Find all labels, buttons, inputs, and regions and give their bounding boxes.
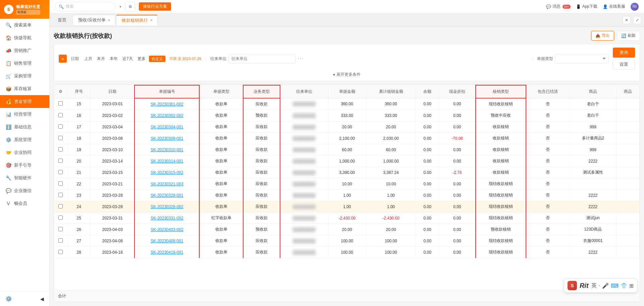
bill-no-link[interactable]: SK-20230331-002 bbox=[151, 216, 183, 221]
cell-checkbox[interactable] bbox=[54, 247, 67, 258]
user-menu[interactable]: Rit bbox=[631, 3, 639, 11]
cell-checkbox[interactable] bbox=[54, 235, 67, 247]
ime-key-icon[interactable]: 英 bbox=[591, 282, 597, 289]
row-checkbox[interactable] bbox=[58, 147, 63, 151]
sidebar-item-enterprise[interactable]: 🤝企业协同 bbox=[0, 146, 49, 159]
bill-no-link[interactable]: SK-20230315-002 bbox=[151, 170, 183, 175]
row-checkbox[interactable] bbox=[58, 193, 63, 197]
tab-fullscreen-icon[interactable]: ⤢ bbox=[633, 16, 641, 24]
ime-keyboard-icon[interactable]: ⌨ bbox=[611, 283, 619, 289]
row-checkbox[interactable] bbox=[58, 216, 63, 220]
row-checkbox[interactable] bbox=[58, 181, 63, 186]
customer-more-icon[interactable]: ··· bbox=[298, 56, 304, 62]
row-checkbox[interactable] bbox=[58, 159, 63, 163]
sidebar-item-system[interactable]: ⚙️系统管理 bbox=[0, 133, 49, 146]
ime-mic-icon[interactable]: 🎤 bbox=[602, 283, 609, 289]
cell-checkbox[interactable] bbox=[54, 224, 67, 235]
sidebar-item-operations[interactable]: 📊经营管理 bbox=[0, 108, 49, 121]
ime-dot-icon[interactable]: · bbox=[599, 283, 600, 289]
date-last-7days[interactable]: 近7天 bbox=[121, 55, 134, 62]
sidebar-item-hardware[interactable]: 🔧智能硬件 bbox=[0, 172, 49, 184]
sidebar-settings-icon[interactable]: ⚙️ bbox=[5, 296, 12, 302]
bill-no-link[interactable]: SK-20230328-001 bbox=[151, 193, 183, 198]
sidebar-item-member[interactable]: V畅会员 bbox=[0, 197, 49, 210]
refresh-button[interactable]: 🔄 刷新 bbox=[617, 31, 640, 41]
tab-close-all-icon[interactable]: ✕ bbox=[623, 16, 631, 24]
date-this-month[interactable]: 本月 bbox=[96, 55, 106, 62]
filter-toggle-button[interactable]: » bbox=[59, 55, 67, 63]
dropdown-chevron-icon[interactable]: ▾ bbox=[119, 4, 121, 9]
bill-type-select[interactable] bbox=[555, 54, 609, 63]
cell-checkbox[interactable] bbox=[54, 212, 67, 224]
ime-grid-icon[interactable]: ⊞ bbox=[629, 283, 634, 289]
sidebar-collapse-icon[interactable]: ◀ bbox=[40, 296, 44, 302]
solution-button[interactable]: 体验行业方案 bbox=[139, 2, 171, 11]
bill-no-link[interactable]: SK-20230328-002 bbox=[151, 204, 183, 209]
sidebar-item-search[interactable]: 🔍搜索菜单 bbox=[0, 19, 49, 32]
cell-checkbox[interactable] bbox=[54, 201, 67, 212]
tab-payment-exec-close-icon[interactable]: ✕ bbox=[150, 18, 153, 22]
date-this-year[interactable]: 本年 bbox=[108, 55, 119, 62]
export-button[interactable]: 📤 导出 bbox=[591, 31, 614, 41]
cell-include-settled: 否 bbox=[526, 235, 570, 247]
bill-no-link[interactable]: SK-20230321-003 bbox=[151, 182, 183, 186]
cell-checkbox[interactable] bbox=[54, 133, 67, 144]
row-checkbox[interactable] bbox=[58, 113, 63, 117]
bill-no-link[interactable]: SK-20230314-001 bbox=[151, 159, 183, 164]
bill-no-link[interactable]: SK-20230403-002 bbox=[151, 227, 183, 232]
filter-settings-button[interactable]: 设置 bbox=[613, 59, 635, 70]
bill-no-link[interactable]: SK-20230308-001 bbox=[151, 136, 183, 141]
bill-no-link[interactable]: SK-20230310-001 bbox=[151, 147, 183, 152]
sidebar-item-quick-nav[interactable]: 🏠快捷导航 bbox=[0, 32, 49, 44]
sidebar-item-inventory[interactable]: 📦库存核算 bbox=[0, 82, 49, 95]
cell-checkbox[interactable] bbox=[54, 156, 67, 167]
messages-button[interactable]: 💬 消息 99+ bbox=[546, 4, 570, 9]
ime-shirt-icon[interactable]: 👕 bbox=[621, 283, 627, 289]
customer-input[interactable] bbox=[228, 54, 296, 63]
bill-no-link[interactable]: SK-20230302-002 bbox=[151, 113, 183, 118]
tab-pre-receipt-close-icon[interactable]: ✕ bbox=[108, 18, 110, 22]
bill-no-link[interactable]: SK-20230408-001 bbox=[151, 239, 183, 243]
cell-checkbox[interactable] bbox=[54, 98, 67, 110]
app-download-button[interactable]: 📱 App下载 bbox=[576, 4, 597, 9]
bill-no-link[interactable]: SK-20230301-002 bbox=[151, 102, 183, 107]
sidebar-bottom[interactable]: ⚙️ ◀ bbox=[0, 291, 49, 306]
expand-more-button[interactable]: ▾ 展开更多条件 bbox=[333, 72, 361, 77]
th-settings[interactable]: ⚙ bbox=[54, 85, 67, 98]
cell-checkbox[interactable] bbox=[54, 178, 67, 190]
settings-gear-icon[interactable]: ⚙ bbox=[125, 2, 135, 11]
sidebar-item-wechat[interactable]: 💬企业微信 bbox=[0, 184, 49, 197]
sidebar-item-finance[interactable]: 💰资金管理 bbox=[0, 95, 49, 108]
row-checkbox[interactable] bbox=[58, 227, 63, 231]
sidebar-item-sales[interactable]: 📋销售管理 bbox=[0, 57, 49, 70]
row-checkbox[interactable] bbox=[58, 101, 63, 106]
bill-no-link[interactable]: SK-20230304-001 bbox=[151, 125, 183, 129]
row-checkbox[interactable] bbox=[58, 238, 63, 243]
bill-no-link[interactable]: SK-20230418-001 bbox=[151, 250, 183, 255]
row-checkbox[interactable] bbox=[58, 250, 63, 254]
sidebar-item-purchase[interactable]: 🛒采购管理 bbox=[0, 70, 49, 82]
sidebar-item-basic[interactable]: ℹ️基础信息 bbox=[0, 121, 49, 133]
search-bar[interactable]: 🔍 搜索 bbox=[55, 2, 115, 11]
tab-payment-exec[interactable]: 收款核销执行 ✕ bbox=[116, 15, 158, 25]
tab-home[interactable]: 首页 bbox=[52, 15, 72, 25]
cell-balance: 0.00 bbox=[416, 121, 439, 133]
date-last-month[interactable]: 上月 bbox=[83, 55, 94, 62]
date-more[interactable]: 更多 bbox=[136, 55, 147, 62]
cell-checkbox[interactable] bbox=[54, 190, 67, 201]
cell-checkbox[interactable] bbox=[54, 167, 67, 178]
cell-checkbox[interactable] bbox=[54, 121, 67, 133]
table-scroll-area[interactable]: ⚙ 序号 日期 单据编号 单据类型 业务类型 往来单位 单据金额 累计核销金额 … bbox=[54, 85, 640, 290]
query-button[interactable]: 查询 bbox=[613, 48, 635, 58]
tab-pre-receipt[interactable]: 预收/应收付单 ✕ bbox=[72, 15, 115, 25]
row-checkbox[interactable] bbox=[58, 170, 63, 174]
cell-checkbox[interactable] bbox=[54, 144, 67, 156]
sidebar-item-marketing[interactable]: 📣营销推广 bbox=[0, 44, 49, 57]
cell-checkbox[interactable] bbox=[54, 110, 67, 121]
date-custom-button[interactable]: 自定义 bbox=[149, 56, 165, 62]
row-checkbox[interactable] bbox=[58, 136, 63, 140]
sidebar-item-guide[interactable]: 🎯新手引导 bbox=[0, 159, 49, 172]
row-checkbox[interactable] bbox=[58, 204, 63, 208]
online-service-button[interactable]: 👤 在线客服 bbox=[603, 4, 625, 9]
row-checkbox[interactable] bbox=[58, 124, 63, 129]
